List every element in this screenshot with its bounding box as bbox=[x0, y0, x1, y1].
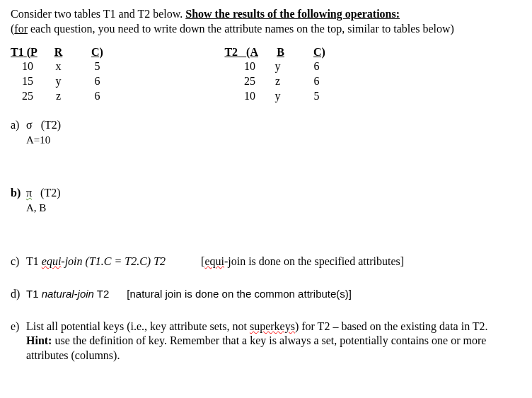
qe-p3: use the definition of key. Remember that… bbox=[26, 334, 486, 361]
t1-name: T1 (P bbox=[11, 45, 39, 60]
qc-note: [equi-join is done on the specified attr… bbox=[201, 255, 404, 267]
table-row: 25 z 6 bbox=[209, 74, 339, 89]
qc-note-equi: equi bbox=[204, 255, 224, 267]
t2-r0c0: 10 bbox=[209, 59, 258, 74]
t2-r1c0: 25 bbox=[209, 74, 258, 89]
t1-r2c2: 6 bbox=[78, 89, 117, 104]
intro-text-2c: each question, you need to write down th… bbox=[28, 23, 454, 35]
qd-t1: T1 bbox=[26, 288, 42, 300]
t1-r1c1: y bbox=[39, 74, 78, 89]
intro-text-1b: Show the results of the following operat… bbox=[185, 8, 400, 20]
question-b: b) π (T2) A, B bbox=[11, 186, 521, 216]
t1-r1c2: 6 bbox=[78, 74, 117, 89]
qc-body: T1 equi-join (T1.C = T2.C) T2 bbox=[26, 255, 166, 267]
t1-h1: R bbox=[39, 45, 78, 60]
t1-r0c1: x bbox=[39, 59, 78, 74]
question-c: c)T1 equi-join (T1.C = T2.C) T2[equi-joi… bbox=[11, 254, 521, 269]
qe-body: List all potential keys (i.e., key attri… bbox=[26, 320, 507, 363]
qe-p1: List all potential keys (i.e., key attri… bbox=[26, 320, 250, 332]
qb-body: π (T2) A, B bbox=[26, 186, 61, 216]
table-t2: T2 (A B C) 10 y 6 25 z 6 10 y 5 bbox=[209, 45, 339, 104]
qe-superkeys: superkeys bbox=[250, 320, 295, 332]
intro-text-1a: Consider two tables T1 and T2 below. bbox=[11, 8, 185, 20]
table-row: 10 y 6 bbox=[209, 59, 339, 74]
qc-label: c) bbox=[11, 254, 26, 269]
t1-r0c0: 10 bbox=[11, 59, 39, 74]
qe-p2: ) for T2 – based on the existing data in… bbox=[295, 320, 488, 332]
t2-r0c2: 6 bbox=[297, 59, 336, 74]
qe-label: e) bbox=[11, 320, 26, 334]
t1-r2c0: 25 bbox=[11, 89, 39, 104]
t1-h2: C) bbox=[78, 45, 117, 60]
qb-cols: A, B bbox=[26, 202, 46, 213]
intro-for: for bbox=[14, 23, 28, 35]
qd-label: d) bbox=[11, 287, 26, 302]
table-row: 10 y 5 bbox=[209, 89, 339, 104]
qd-body: T1 natural-join T2 bbox=[26, 288, 109, 300]
intro-block: Consider two tables T1 and T2 below. Sho… bbox=[11, 7, 521, 37]
question-a: a) σ (T2) A=10 bbox=[11, 118, 521, 148]
qb-pi: π bbox=[26, 187, 32, 199]
t2-r0c1: y bbox=[258, 59, 297, 74]
intro-line-1: Consider two tables T1 and T2 below. Sho… bbox=[11, 7, 521, 22]
t2-header: T2 (A B C) bbox=[209, 45, 339, 60]
qc-t1: T1 bbox=[26, 255, 42, 267]
table-row: 15 y 6 bbox=[11, 74, 117, 89]
t2-h2: C) bbox=[300, 45, 339, 60]
qa-label: a) bbox=[11, 118, 26, 133]
question-e: e)List all potential keys (i.e., key att… bbox=[11, 320, 521, 363]
qd-nj: natural-join bbox=[42, 288, 94, 300]
qa-body: σ (T2) A=10 bbox=[26, 118, 61, 148]
t2-r2c0: 10 bbox=[209, 89, 258, 104]
t2-r2c2: 5 bbox=[297, 89, 336, 104]
t2-h1: B bbox=[261, 45, 300, 60]
qe-hint: Hint: bbox=[26, 334, 52, 346]
t1-header: T1 (P R C) bbox=[11, 45, 117, 60]
question-d: d)T1 natural-join T2[natural join is don… bbox=[11, 287, 521, 302]
table-row: 25 z 6 bbox=[11, 89, 117, 104]
qa-cond: A=10 bbox=[26, 134, 50, 146]
qb-arg: (T2) bbox=[40, 187, 60, 199]
table-t1: T1 (P R C) 10 x 5 15 y 6 25 z 6 bbox=[11, 45, 117, 104]
t2-r2c1: y bbox=[258, 89, 297, 104]
tables-row: T1 (P R C) 10 x 5 15 y 6 25 z 6 T2 (A B … bbox=[11, 45, 521, 104]
qc-equi: equi bbox=[42, 255, 62, 267]
intro-line-2: (for each question, you need to write do… bbox=[11, 22, 521, 37]
qa-arg: (T2) bbox=[41, 119, 61, 131]
table-row: 10 x 5 bbox=[11, 59, 117, 74]
qa-sigma: σ bbox=[26, 119, 33, 131]
t2-r1c2: 6 bbox=[297, 74, 336, 89]
t1-r1c0: 15 bbox=[11, 74, 39, 89]
qd-note: [natural join is done on the common attr… bbox=[127, 288, 352, 300]
t2-r1c1: z bbox=[258, 74, 297, 89]
qb-label: b) bbox=[11, 186, 26, 201]
qc-join: -join (T1.C = T2.C) T2 bbox=[61, 255, 166, 267]
qd-t2: T2 bbox=[94, 288, 109, 300]
t1-r0c2: 5 bbox=[78, 59, 117, 74]
t1-r2c1: z bbox=[39, 89, 78, 104]
t2-name: T2 (A bbox=[209, 45, 261, 60]
